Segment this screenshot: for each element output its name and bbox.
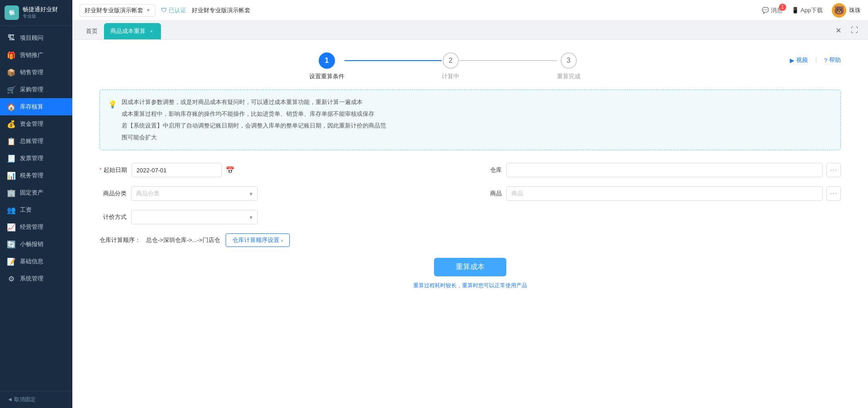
main-content: 好业财专业版演示帐套 ▼ 🛡 已认证 好业财专业版演示帐套 💬 消息 1 📱 A… bbox=[72, 0, 868, 408]
start-date-input[interactable]: 2022-07-01 bbox=[132, 163, 222, 177]
warehouse-dots-button[interactable]: ··· bbox=[826, 163, 841, 177]
sidebar-item-inventory[interactable]: 🏠 库存核算 bbox=[0, 98, 72, 115]
sidebar: 畅 畅捷通好业财 专业版 🏗 项目顾问 🎁 营销推广 📦 销售管理 🛒 采购管理… bbox=[0, 0, 72, 408]
category-placeholder: 商品分类 bbox=[136, 190, 160, 198]
product-input[interactable]: 商品 bbox=[506, 186, 823, 201]
recalculate-button[interactable]: 重算成本 bbox=[434, 258, 506, 276]
step-3: 3 重算完成 bbox=[557, 52, 580, 81]
operations-icon: 📈 bbox=[7, 223, 15, 231]
sidebar-item-system[interactable]: ⚙ 系统管理 bbox=[0, 270, 72, 287]
sidebar-item-payroll[interactable]: 👥 工资 bbox=[0, 201, 72, 218]
notice-box: 💡 因成本计算参数调整，或是对商品成本有疑问时，可以通过成本重算功能，重新计算一… bbox=[99, 90, 841, 150]
chevron-down-icon: ▼ bbox=[146, 8, 151, 13]
shield-icon: 🛡 bbox=[161, 7, 167, 14]
notice-line2: 成本重算过程中，影响库存账的操作均不能操作，比如进货单、销货单、库存单据不能审核… bbox=[122, 108, 386, 120]
calendar-icon[interactable]: 📅 bbox=[226, 166, 235, 175]
verified-badge: 🛡 已认证 bbox=[161, 6, 186, 14]
sidebar-item-label: 采购管理 bbox=[20, 85, 43, 94]
category-group: 商品分类 商品分类 ▾ bbox=[99, 186, 466, 201]
app-download-button[interactable]: 📱 App下载 bbox=[792, 6, 823, 14]
expand-button[interactable]: ⛶ bbox=[848, 24, 861, 37]
step-2-label: 计算中 bbox=[442, 72, 459, 81]
phone-icon: 📱 bbox=[792, 7, 799, 14]
topbar-right: 💬 消息 1 📱 App下载 🐻 珠珠 bbox=[762, 3, 861, 18]
action-area: 重算成本 重算过程耗时较长，重算时您可以正常使用产品 bbox=[99, 258, 841, 289]
accounting-icon: 📋 bbox=[7, 137, 15, 145]
help-button[interactable]: ? 帮助 bbox=[824, 56, 841, 64]
account-selector[interactable]: 好业财专业版演示帐套 ▼ bbox=[80, 4, 156, 17]
notification-badge: 1 bbox=[779, 4, 786, 11]
form-row-1: 起始日期 2022-07-01 📅 仓库 ··· bbox=[99, 163, 841, 177]
sidebar-item-operations[interactable]: 📈 经营管理 bbox=[0, 218, 72, 236]
sidebar-item-label: 工资 bbox=[20, 206, 32, 214]
invoice-icon: 🧾 bbox=[7, 154, 15, 162]
pricing-select[interactable]: ▾ bbox=[131, 210, 258, 224]
step-2-circle: 2 bbox=[443, 52, 459, 69]
sidebar-item-label: 发票管理 bbox=[20, 154, 43, 162]
user-name: 珠珠 bbox=[849, 6, 861, 14]
sidebar-item-tax[interactable]: 📊 税务管理 bbox=[0, 167, 72, 184]
account-selector-label: 好业财专业版演示帐套 bbox=[85, 6, 143, 14]
tab-cost-recalc[interactable]: 商品成本重算 × bbox=[104, 23, 161, 39]
sidebar-item-label: 总账管理 bbox=[20, 137, 43, 145]
step-1: 1 设置重算条件 bbox=[309, 52, 344, 81]
message-button[interactable]: 💬 消息 1 bbox=[762, 6, 783, 14]
close-window-button[interactable]: ✕ bbox=[832, 24, 844, 37]
sidebar-item-expense[interactable]: 🔄 小畅报销 bbox=[0, 236, 72, 253]
form-row-2: 商品分类 商品分类 ▾ 商品 商品 ··· bbox=[99, 186, 841, 201]
sidebar-item-label: 小畅报销 bbox=[20, 240, 43, 248]
tabbar-right: ✕ ⛶ bbox=[832, 24, 861, 37]
warehouse-order-settings-button[interactable]: 仓库计算顺序设置 › bbox=[226, 233, 290, 247]
category-select[interactable]: 商品分类 ▾ bbox=[131, 186, 258, 201]
project-icon: 🏗 bbox=[7, 34, 15, 42]
sidebar-unpin[interactable]: ◄ 取消固定 bbox=[0, 391, 72, 408]
sidebar-item-label: 税务管理 bbox=[20, 171, 43, 180]
tab-close-button[interactable]: × bbox=[148, 28, 155, 34]
chevron-down-icon: ▾ bbox=[250, 190, 253, 197]
message-icon: 💬 bbox=[762, 7, 769, 14]
sidebar-logo: 畅 bbox=[5, 5, 19, 20]
app-download-label: App下载 bbox=[801, 6, 823, 14]
sidebar-item-accounting[interactable]: 📋 总账管理 bbox=[0, 133, 72, 150]
product-group: 商品 商品 ··· bbox=[475, 186, 841, 201]
sidebar-item-basic[interactable]: 📝 基础信息 bbox=[0, 253, 72, 270]
step-line-1 bbox=[344, 60, 442, 61]
step-3-circle: 3 bbox=[561, 52, 577, 69]
sidebar-item-purchase[interactable]: 🛒 采购管理 bbox=[0, 81, 72, 98]
sidebar-item-label: 营销推广 bbox=[20, 51, 43, 59]
video-label: 视频 bbox=[796, 56, 808, 64]
sidebar-title: 畅捷通好业财 bbox=[23, 6, 58, 14]
form-row-3: 计价方式 ▾ bbox=[99, 210, 841, 224]
tax-icon: 📊 bbox=[7, 171, 15, 180]
sidebar-item-sales[interactable]: 📦 销售管理 bbox=[0, 64, 72, 81]
tab-active-label: 商品成本重算 bbox=[110, 27, 146, 35]
sidebar-item-finance[interactable]: 💰 资金管理 bbox=[0, 115, 72, 133]
sales-icon: 📦 bbox=[7, 68, 15, 76]
topbar: 好业财专业版演示帐套 ▼ 🛡 已认证 好业财专业版演示帐套 💬 消息 1 📱 A… bbox=[72, 0, 868, 21]
sidebar-item-label: 固定资产 bbox=[20, 189, 43, 197]
video-button[interactable]: ▶ 视频 bbox=[790, 56, 808, 64]
step-1-circle: 1 bbox=[319, 52, 335, 69]
product-dots-button[interactable]: ··· bbox=[826, 186, 841, 201]
sidebar-item-project[interactable]: 🏗 项目顾问 bbox=[0, 29, 72, 47]
finance-icon: 💰 bbox=[7, 120, 15, 128]
assets-icon: 🏢 bbox=[7, 189, 15, 197]
system-icon: ⚙ bbox=[7, 275, 15, 283]
pricing-label: 计价方式 bbox=[99, 213, 127, 221]
sidebar-item-label: 基础信息 bbox=[20, 257, 43, 266]
notice-icon: 💡 bbox=[108, 97, 117, 143]
help-label: 帮助 bbox=[829, 56, 841, 64]
sidebar-item-invoice[interactable]: 🧾 发票管理 bbox=[0, 150, 72, 167]
product-label: 商品 bbox=[475, 190, 502, 198]
chevron-right-icon: › bbox=[281, 237, 283, 244]
tab-home[interactable]: 首页 bbox=[80, 23, 104, 39]
warehouse-input[interactable] bbox=[506, 163, 823, 177]
user-profile[interactable]: 🐻 珠珠 bbox=[832, 3, 861, 18]
sidebar-item-label: 经营管理 bbox=[20, 223, 43, 231]
sidebar-item-assets[interactable]: 🏢 固定资产 bbox=[0, 184, 72, 201]
sidebar-item-marketing[interactable]: 🎁 营销推广 bbox=[0, 47, 72, 64]
start-date-group: 起始日期 2022-07-01 📅 bbox=[99, 163, 466, 177]
warehouse-order-label: 仓库计算顺序： bbox=[99, 236, 141, 244]
verified-label: 已认证 bbox=[169, 6, 186, 14]
sidebar-item-label: 库存核算 bbox=[20, 103, 43, 111]
